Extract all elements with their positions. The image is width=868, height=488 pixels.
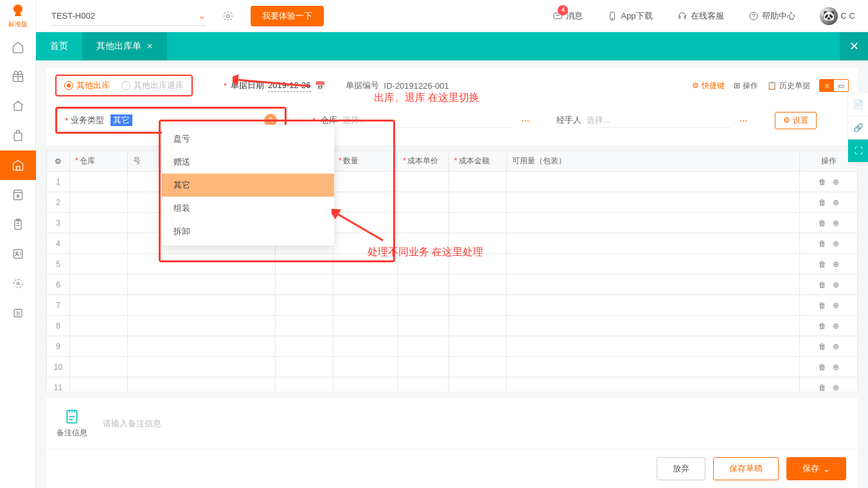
- user-menu[interactable]: 🐼 C C: [820, 7, 855, 25]
- row-add-icon[interactable]: ⊕: [833, 239, 839, 248]
- message-badge: 4: [558, 5, 568, 15]
- rail-expand-icon[interactable]: ⛶: [848, 140, 868, 163]
- date-label: 单据日期: [231, 80, 264, 91]
- row-add-icon[interactable]: ⊕: [833, 363, 839, 372]
- doc-date-field[interactable]: * 单据日期 2019-12-26 📅: [224, 79, 325, 92]
- nav-warehouse-icon[interactable]: [0, 150, 36, 180]
- required-star: *: [312, 116, 315, 125]
- row-add-icon[interactable]: ⊕: [833, 219, 839, 228]
- row-index: 10: [47, 357, 70, 377]
- main: TEST-H002 ⌄ 我要体验一下 4 消息 App下载 在线客服: [36, 0, 868, 488]
- rail-note-icon[interactable]: 📄: [848, 93, 868, 116]
- rail-link-icon[interactable]: 🔗: [848, 116, 868, 140]
- row-delete-icon[interactable]: 🗑: [819, 321, 826, 330]
- row-delete-icon[interactable]: 🗑: [819, 177, 826, 186]
- row-delete-icon[interactable]: 🗑: [819, 363, 826, 372]
- messages-button[interactable]: 4 消息: [553, 10, 583, 22]
- dropdown-opt-zengsong[interactable]: 赠送: [162, 150, 334, 174]
- nav-gift-icon[interactable]: [0, 62, 36, 91]
- doc-header-row1: 其他出库 其他出库退库 * 单据日期 2019-12-26 📅: [55, 75, 849, 96]
- warehouse-field[interactable]: * 仓库 选择... ⋯: [312, 113, 531, 128]
- row-add-icon[interactable]: ⊕: [833, 198, 839, 207]
- row-delete-icon[interactable]: 🗑: [819, 219, 826, 228]
- col-gear[interactable]: ⚙: [47, 151, 70, 172]
- nav-new-icon[interactable]: 新: [0, 298, 36, 328]
- dropdown-opt-zuzhuang[interactable]: 组装: [162, 197, 334, 220]
- row-add-icon[interactable]: ⊕: [833, 383, 839, 392]
- table-row[interactable]: 8 🗑 ⊕: [47, 316, 858, 336]
- row-delete-icon[interactable]: 🗑: [819, 383, 826, 392]
- row-delete-icon[interactable]: 🗑: [819, 260, 826, 269]
- header-gear-icon[interactable]: [218, 6, 238, 26]
- content: 其他出库 其他出库退库 * 单据日期 2019-12-26 📅: [36, 60, 868, 488]
- table-row[interactable]: 6 🗑 ⊕: [47, 275, 858, 295]
- save-button[interactable]: 保存 ⌄: [786, 457, 846, 480]
- tab-home[interactable]: 首页: [36, 32, 82, 60]
- row-index: 9: [47, 336, 70, 357]
- remark-input[interactable]: [103, 419, 847, 428]
- biz-type-value: 其它: [111, 114, 132, 126]
- discard-button[interactable]: 放弃: [657, 457, 705, 480]
- operate-button[interactable]: ⊞ 操作: [734, 80, 758, 91]
- row-add-icon[interactable]: ⊕: [833, 342, 839, 351]
- row-delete-icon[interactable]: 🗑: [819, 301, 826, 310]
- dropdown-opt-qita[interactable]: 其它: [162, 174, 334, 197]
- table-row[interactable]: 10 🗑 ⊕: [47, 357, 858, 377]
- radio-other-outbound-return[interactable]: 其他出库退库: [121, 80, 184, 91]
- more-icon[interactable]: ⋯: [740, 116, 749, 125]
- row-delete-icon[interactable]: 🗑: [819, 198, 826, 207]
- tab-close-icon[interactable]: ✕: [146, 42, 153, 51]
- svg-point-10: [227, 14, 230, 17]
- col-amount: *成本金额: [449, 151, 507, 172]
- nav-bag-icon[interactable]: [0, 121, 36, 150]
- radio-other-outbound[interactable]: 其他出库: [64, 80, 110, 91]
- nav-clipboard-icon[interactable]: [0, 210, 36, 239]
- caret-down-icon: ⌄: [199, 11, 206, 21]
- save-draft-button[interactable]: 保存草稿: [713, 457, 779, 480]
- history-button[interactable]: 📋 历史单据: [767, 80, 810, 91]
- handler-field[interactable]: 经手人 选择... ⋯: [556, 113, 749, 128]
- table-row[interactable]: 11 🗑 ⊕: [47, 377, 858, 392]
- nav-sync-icon[interactable]: [0, 269, 36, 298]
- table-row[interactable]: 5 🗑 ⊕: [47, 254, 858, 275]
- col-qty: *数量: [333, 151, 398, 172]
- row-index: 1: [47, 172, 70, 192]
- remark-icon-col: 备注信息: [57, 408, 87, 438]
- nav-contact-icon[interactable]: [0, 239, 36, 269]
- tab-other-outbound[interactable]: 其他出库单 ✕: [82, 32, 167, 60]
- warehouse-placeholder: 选择...: [342, 113, 512, 128]
- row-add-icon[interactable]: ⊕: [833, 260, 839, 269]
- nav-home-icon[interactable]: [0, 32, 36, 62]
- row-delete-icon[interactable]: 🗑: [819, 342, 826, 351]
- org-selector[interactable]: TEST-H002 ⌄: [51, 6, 206, 26]
- row-delete-icon[interactable]: 🗑: [819, 280, 826, 289]
- trial-button[interactable]: 我要体验一下: [251, 6, 324, 26]
- nav-money-icon[interactable]: [0, 180, 36, 210]
- hotkey-button[interactable]: ⚙ 快捷键: [692, 80, 725, 91]
- row-delete-icon[interactable]: 🗑: [819, 239, 826, 248]
- table-row[interactable]: 7 🗑 ⊕: [47, 295, 858, 316]
- nav-house-icon[interactable]: [0, 91, 36, 121]
- svg-text:新: 新: [15, 311, 20, 316]
- row-add-icon[interactable]: ⊕: [833, 301, 839, 310]
- dropdown-opt-chaixie[interactable]: 拆卸: [162, 220, 334, 243]
- view-card-icon[interactable]: ▭: [834, 80, 848, 91]
- row-add-icon[interactable]: ⊕: [833, 177, 839, 186]
- row-add-icon[interactable]: ⊕: [833, 321, 839, 330]
- tabs-close-all[interactable]: ✕: [840, 32, 868, 60]
- row-add-icon[interactable]: ⊕: [833, 280, 839, 289]
- table-row[interactable]: 9 🗑 ⊕: [47, 336, 858, 357]
- col-avail: 可用量（包装）: [507, 151, 800, 172]
- help-button[interactable]: 帮助中心: [748, 10, 795, 22]
- app-download-button[interactable]: App下载: [607, 10, 652, 22]
- calendar-icon[interactable]: 📅: [315, 81, 325, 91]
- config-button[interactable]: ⚙ 设置: [775, 112, 817, 129]
- dropdown-opt-pankui[interactable]: 盘亏: [162, 127, 334, 150]
- outbound-type-radio-group: 其他出库 其他出库退库: [55, 75, 193, 96]
- support-button[interactable]: 在线客服: [677, 10, 724, 22]
- doc-number: 单据编号 ID-20191226-001: [346, 80, 449, 91]
- more-icon[interactable]: ⋯: [521, 116, 531, 125]
- row-index: 5: [47, 254, 70, 275]
- view-list-icon[interactable]: ≡: [820, 80, 834, 91]
- svg-rect-5: [13, 249, 22, 258]
